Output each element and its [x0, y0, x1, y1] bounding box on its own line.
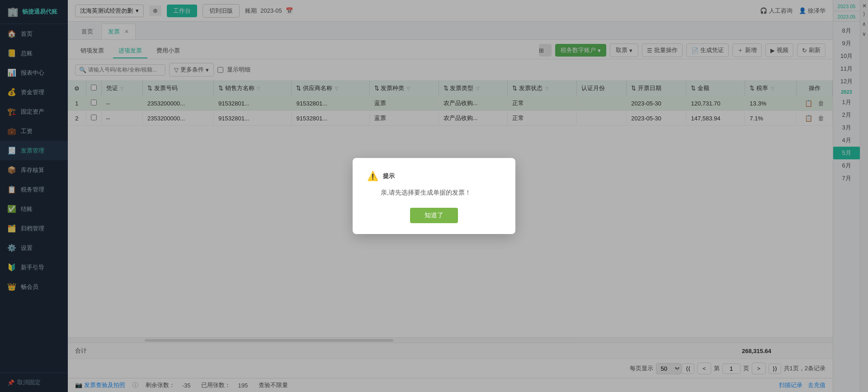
- modal-overlay: ⚠️ 提示 亲,请先选择要生成单据的发票！ 知道了: [0, 0, 868, 392]
- dialog-title: ⚠️ 提示: [367, 171, 501, 182]
- dialog-footer: 知道了: [367, 208, 501, 223]
- dialog-message: 亲,请先选择要生成单据的发票！: [367, 189, 501, 197]
- dialog: ⚠️ 提示 亲,请先选择要生成单据的发票！ 知道了: [353, 158, 515, 234]
- dialog-title-text: 提示: [383, 172, 395, 180]
- warning-icon: ⚠️: [367, 171, 378, 182]
- dialog-ok-button[interactable]: 知道了: [410, 208, 458, 223]
